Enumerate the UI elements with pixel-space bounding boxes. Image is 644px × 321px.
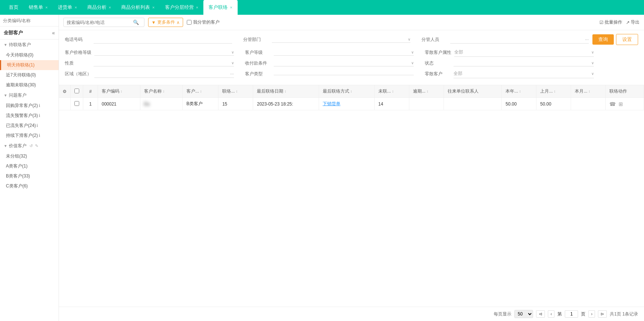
manager-more-icon[interactable]: ··· (585, 37, 589, 42)
sidebar-item-class-b[interactable]: B类客户(33) (0, 171, 59, 181)
sidebar-item-rebuy-anomaly[interactable]: 回购异常客户(2) ℹ (0, 101, 59, 111)
row-last-method[interactable]: 下销货单 (319, 98, 374, 110)
col-name-header[interactable]: 客户名称 (140, 85, 183, 98)
customer-type-label: 客户类型 (245, 71, 271, 77)
per-page-select[interactable]: 50 100 200 (514, 310, 533, 318)
row-not-contact: 14 (374, 98, 409, 110)
filter-row-3: 性质 ∨ 收付款条件 ∨ 状态 (65, 60, 638, 66)
sidebar-item-ungraded[interactable]: 未分组(32) (0, 151, 59, 161)
filter-manager: 分管人员 ··· (421, 36, 589, 44)
retail-customer-select[interactable]: 全部 ∨ (454, 69, 594, 78)
my-customers-checkbox-label[interactable]: 我分管的客户 (187, 19, 220, 25)
page-number-input[interactable] (565, 310, 578, 318)
prev-page-button[interactable]: ‹ (548, 310, 554, 318)
nav-goods-analysis-list[interactable]: 商品分析列表 × (116, 0, 160, 15)
churned-help-icon[interactable]: ℹ (36, 123, 38, 128)
more-conditions-button[interactable]: ▼ 更多条件 ∧ (148, 18, 183, 27)
sidebar-search-input[interactable] (3, 18, 58, 23)
sidebar-item-class-a[interactable]: A类客户(1) (0, 161, 59, 171)
row-more-icon[interactable]: ⊞ (619, 101, 623, 107)
declining-help-icon[interactable]: ℹ (39, 133, 40, 138)
select-all-checkbox[interactable] (74, 89, 79, 93)
retail-attr-select[interactable]: 全部 ∨ (454, 48, 594, 57)
sidebar-item-class-c[interactable]: C类客户(6) (0, 181, 59, 191)
rebuy-anomaly-help-icon[interactable]: ℹ (39, 103, 40, 108)
value-arrow-icon: ▼ (4, 144, 7, 148)
status-select[interactable]: ∨ (454, 60, 594, 66)
row-check[interactable] (71, 98, 83, 110)
customer-grade-select[interactable]: ∨ (274, 49, 414, 56)
col-this-month-header[interactable]: 本月... (571, 85, 606, 98)
sidebar-item-declining[interactable]: 持续下滑客户(2) ℹ (0, 131, 59, 141)
search-icon[interactable]: 🔍 (133, 20, 139, 25)
nav-sales[interactable]: 销售单 × (24, 0, 53, 15)
col-not-contact-header[interactable]: 未联... (374, 85, 409, 98)
value-edit-icon[interactable]: ✎ (35, 144, 38, 148)
phone-input[interactable] (94, 36, 232, 44)
chevron-up-icon: ∧ (176, 20, 180, 25)
col-last-month-header[interactable]: 上月... (536, 85, 571, 98)
last-page-button[interactable]: ⊳ (598, 310, 607, 318)
row-contact-icon[interactable]: ☎ (609, 101, 616, 107)
close-sales-tab[interactable]: × (45, 5, 48, 10)
col-last-method-header[interactable]: 最后联络方式 (319, 85, 374, 98)
close-purchase-tab[interactable]: × (74, 5, 77, 10)
sidebar-item-overdue[interactable]: 逾期未联络(30) (0, 80, 59, 90)
churn-warning-help-icon[interactable]: ℹ (39, 113, 40, 118)
filter-panel: 电话号码 分管部门 ∨ 分管人员 ··· (59, 30, 644, 85)
col-overdue-header[interactable]: 逾期... (409, 85, 444, 98)
price-grade-select[interactable]: ∨ (94, 49, 234, 56)
region-more-icon[interactable]: ··· (230, 71, 234, 76)
all-customers-header[interactable]: 全部客户 « (0, 27, 59, 39)
sidebar-item-churn-warning[interactable]: 流失预警客户(3) ℹ (0, 111, 59, 121)
nav-customer-tier[interactable]: 客户分层经营 × (160, 0, 203, 15)
sidebar-item-7days[interactable]: 近7天待联络(0) (0, 70, 59, 80)
search-input[interactable] (67, 20, 133, 25)
payment-select[interactable]: ∨ (274, 60, 414, 66)
my-customers-checkbox[interactable] (187, 20, 192, 25)
customers-table: ⚙ # 客户编码 客户名称 客户... 联络... 最后联络日期 最后联络方式 … (59, 85, 644, 110)
col-action-header: 联络动作 (606, 85, 644, 98)
export-button[interactable]: ↗ 导出 (626, 19, 640, 25)
manager-select[interactable]: ··· (450, 36, 589, 44)
col-type-header[interactable]: 客户... (183, 85, 218, 98)
set-button[interactable]: 设置 (616, 34, 638, 45)
col-gear[interactable]: ⚙ (59, 85, 71, 98)
value-refresh-icon[interactable]: ↺ (29, 144, 33, 148)
col-code-header[interactable]: 客户编码 (98, 85, 140, 98)
top-navigation: 首页 销售单 × 进货单 × 商品分析 × 商品分析列表 × 客户分层经营 × … (0, 0, 644, 15)
filter-icon: ▼ (151, 20, 156, 25)
nav-customer-contact[interactable]: 客户联络 × (203, 0, 237, 15)
dept-select[interactable]: ∨ (272, 36, 410, 43)
customer-type-select[interactable] (274, 73, 414, 75)
nav-home[interactable]: 首页 (4, 0, 24, 15)
first-page-button[interactable]: ⊲ (536, 310, 545, 318)
col-unit-contacts-header[interactable]: 往来单位联系人 (444, 85, 501, 98)
query-button[interactable]: 查询 (592, 34, 614, 45)
per-page-label: 每页显示 (494, 311, 511, 317)
row-checkbox[interactable] (74, 101, 79, 106)
col-last-date-header[interactable]: 最后联络日期 (253, 85, 319, 98)
sidebar-item-churned[interactable]: 已流失客户(24) ℹ (0, 121, 59, 131)
close-customer-contact-tab[interactable]: × (230, 5, 232, 10)
filter-payment: 收付款条件 ∨ (245, 60, 414, 66)
retail-customer-chevron-icon: ∨ (591, 72, 594, 76)
value-customers-group: ▼ 价值客户 ↺ ✎ (0, 141, 59, 151)
col-this-year-header[interactable]: 本年... (502, 85, 536, 98)
bulk-operations-button[interactable]: ☑ 批量操作 (599, 19, 622, 25)
sidebar-item-tomorrow[interactable]: 明天待联络(1) (0, 60, 59, 70)
close-goods-analysis-tab[interactable]: × (109, 5, 111, 10)
row-gear[interactable] (59, 98, 71, 110)
close-customer-tier-tab[interactable]: × (196, 5, 198, 10)
region-select[interactable]: ··· (94, 70, 234, 78)
sidebar-item-today[interactable]: 今天待联络(0) (0, 50, 59, 60)
col-contacts-header[interactable]: 联络... (218, 85, 253, 98)
payment-chevron-icon: ∨ (411, 61, 414, 65)
nature-select[interactable]: ∨ (94, 60, 234, 66)
col-check[interactable] (71, 85, 83, 98)
close-goods-list-tab[interactable]: × (152, 5, 154, 10)
nav-goods-analysis[interactable]: 商品分析 × (82, 0, 116, 15)
next-page-button[interactable]: › (588, 310, 595, 318)
collapse-sidebar-icon[interactable]: « (52, 30, 55, 36)
nav-purchase[interactable]: 进货单 × (53, 0, 82, 15)
